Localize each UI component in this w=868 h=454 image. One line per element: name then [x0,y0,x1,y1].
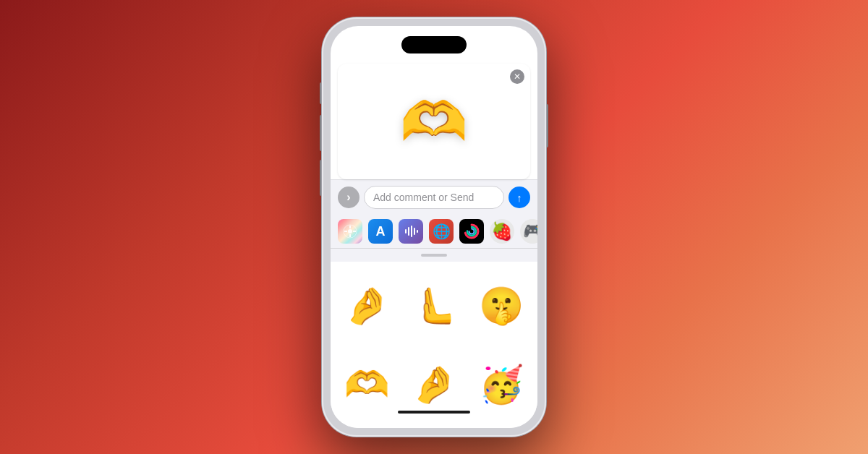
svg-rect-9 [414,228,415,235]
sticker-preview-area: ✕ 🫶 [338,64,530,179]
activity-rings-icon [464,223,480,239]
dynamic-island [401,36,467,53]
sticker-6-emoji: 🥳 [479,364,524,406]
message-input-bar: › Add comment or Send ↑ [331,179,537,215]
svg-rect-10 [417,230,418,233]
soundwave-icon[interactable] [399,219,423,244]
sticker-pack-2-icon[interactable]: 🎮 [520,219,537,244]
sticker-cell-3[interactable]: 🤫 [469,267,533,343]
expand-button[interactable]: › [338,187,359,208]
svg-point-1 [348,229,352,234]
globe-icon: 🌐 [433,223,451,240]
phone-screen: ✕ 🫶 › Add comment or Send ↑ [331,26,537,428]
svg-rect-6 [405,229,407,234]
app-icons-row: A 🌐 [331,215,537,249]
sticker-grid: 🤌 🫷 🤫 🫶 🤌 🥳 [331,262,537,428]
sticker-4-emoji: 🫶 [344,364,389,406]
sticker-cell-4[interactable]: 🫶 [335,346,399,422]
photos-app-icon[interactable] [338,219,362,244]
globe-app-icon[interactable]: 🌐 [429,219,454,244]
photos-icon [343,224,357,239]
content-area: ✕ 🫶 › Add comment or Send ↑ [331,58,537,428]
chevron-right-icon: › [346,191,350,204]
svg-rect-8 [411,226,412,237]
sticker-1-emoji: 🤌 [344,285,389,327]
close-icon: ✕ [514,72,521,82]
activity-icon[interactable] [459,219,484,244]
send-button[interactable]: ↑ [509,187,530,208]
send-icon: ↑ [516,192,522,204]
waveform-icon [404,224,418,239]
svg-rect-7 [408,227,409,236]
sticker-icon-2: 🎮 [523,222,538,241]
drag-handle-area [331,249,537,262]
sticker-icon-1: 🍓 [491,221,513,241]
sticker-5-emoji: 🤌 [412,364,456,406]
sticker-3-emoji: 🤫 [479,285,524,327]
sticker-cell-1[interactable]: 🤌 [335,267,399,343]
message-input-field[interactable]: Add comment or Send [364,186,504,209]
sticker-cell-2[interactable]: 🫷 [402,267,467,343]
sticker-2-emoji: 🫷 [412,285,456,327]
drag-handle-bar [421,254,447,257]
power-button [546,104,548,147]
appstore-icon[interactable]: A [368,219,393,244]
sticker-pack-1-icon[interactable]: 🍓 [490,219,514,244]
input-placeholder: Add comment or Send [373,192,474,203]
svg-point-13 [469,229,475,234]
phone-frame: ✕ 🫶 › Add comment or Send ↑ [322,17,546,437]
selected-sticker-preview: 🫶 [400,95,468,149]
appstore-letter: A [376,224,386,239]
phone-wrapper: ✕ 🫶 › Add comment or Send ↑ [322,17,546,437]
close-preview-button[interactable]: ✕ [510,69,524,84]
sticker-cell-6[interactable]: 🥳 [469,346,533,422]
home-indicator [398,411,470,414]
